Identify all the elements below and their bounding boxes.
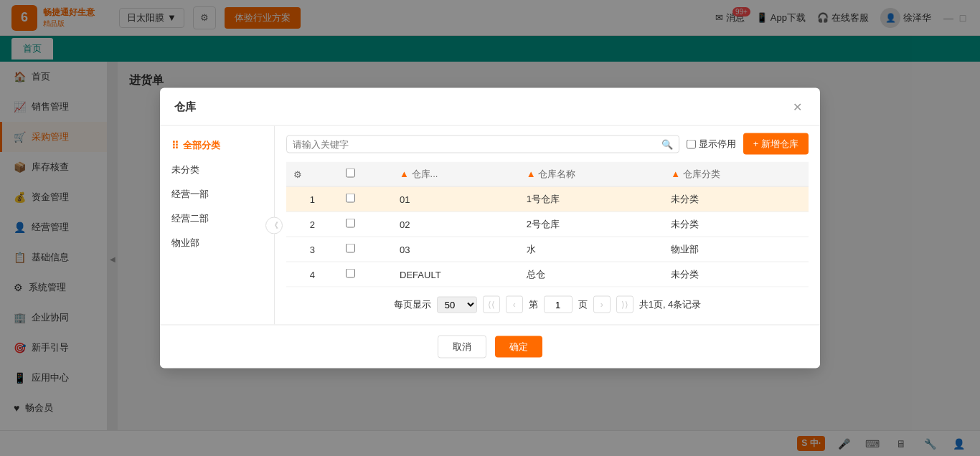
- search-icon: 🔍: [661, 138, 673, 149]
- row-category-1: 未分类: [664, 186, 809, 212]
- category-ops-2[interactable]: 经营二部: [160, 206, 274, 231]
- row-code-4: DEFAULT: [392, 262, 519, 287]
- page-number-input[interactable]: [544, 296, 573, 313]
- modal-footer: 取消 确定: [160, 325, 820, 369]
- table-header: ⚙ ▲ 仓库... ▲ 仓库名称 ▲: [286, 162, 809, 187]
- search-field[interactable]: 🔍: [286, 135, 679, 153]
- modal-header: 仓库 ✕: [160, 88, 820, 126]
- first-page-button[interactable]: ⟨⟨: [483, 296, 500, 313]
- row-category-2: 未分类: [664, 212, 809, 237]
- table-row[interactable]: 3 03 水 物业部: [286, 237, 809, 262]
- show-disabled-checkbox[interactable]: [687, 139, 696, 148]
- grid-icon: ⠿: [171, 140, 179, 151]
- new-warehouse-button[interactable]: + 新增仓库: [743, 133, 809, 155]
- row-checkbox-4[interactable]: [339, 262, 392, 287]
- search-input[interactable]: [293, 138, 657, 149]
- row-name-2: 2号仓库: [519, 212, 664, 237]
- row-code-3: 03: [392, 237, 519, 262]
- modal-title: 仓库: [174, 100, 196, 113]
- table-toolbar: 🔍 显示停用 + 新增仓库: [286, 133, 809, 155]
- category-unclassified[interactable]: 未分类: [160, 158, 274, 182]
- table-body: 1 01 1号仓库 未分类 2 02 2号仓库 未分类: [286, 186, 809, 287]
- category-ops-1[interactable]: 经营一部: [160, 182, 274, 206]
- cancel-button[interactable]: 取消: [438, 336, 486, 358]
- collapse-category-button[interactable]: 《: [265, 217, 283, 234]
- all-categories-item[interactable]: ⠿ 全部分类: [160, 133, 274, 158]
- table-container: ⚙ ▲ 仓库... ▲ 仓库名称 ▲: [286, 162, 809, 288]
- sort-name-icon[interactable]: ▲: [527, 168, 536, 179]
- warehouse-table: ⚙ ▲ 仓库... ▲ 仓库名称 ▲: [286, 162, 809, 288]
- col-checkbox: [339, 162, 392, 187]
- col-code: ▲ 仓库...: [392, 162, 519, 187]
- prev-page-button[interactable]: ‹: [506, 296, 523, 313]
- row-name-3: 水: [519, 237, 664, 262]
- category-property[interactable]: 物业部: [160, 231, 274, 255]
- warehouse-modal: 仓库 ✕ ⠿ 全部分类 未分类 经营一部 经营二部 物业部 《: [160, 88, 820, 369]
- show-disabled-label: 显示停用: [687, 138, 736, 151]
- row-index: 4: [286, 262, 339, 287]
- table-row[interactable]: 1 01 1号仓库 未分类: [286, 186, 809, 212]
- row-category-3: 物业部: [664, 237, 809, 262]
- row-index: 1: [286, 186, 339, 212]
- select-all-checkbox[interactable]: [346, 168, 355, 178]
- confirm-button[interactable]: 确定: [495, 336, 542, 358]
- last-page-button[interactable]: ⟩⟩: [616, 296, 633, 313]
- next-page-button[interactable]: ›: [593, 296, 611, 313]
- row-checkbox-1[interactable]: [339, 186, 392, 212]
- modal-close-button[interactable]: ✕: [788, 98, 806, 115]
- row-code-2: 02: [392, 212, 519, 237]
- row-code-1: 01: [392, 186, 519, 212]
- category-panel: ⠿ 全部分类 未分类 经营一部 经营二部 物业部 《: [160, 126, 275, 325]
- table-row[interactable]: 2 02 2号仓库 未分类: [286, 212, 809, 237]
- pagination: 每页显示 50 10 20 100 ⟨⟨ ‹ 第 页 › ⟩⟩ 共1页, 4条记…: [286, 288, 809, 318]
- page-size-select[interactable]: 50 10 20 100: [437, 296, 477, 313]
- row-checkbox-2[interactable]: [339, 212, 392, 237]
- row-category-4: 未分类: [664, 262, 809, 287]
- sort-category-icon[interactable]: ▲: [671, 168, 680, 179]
- col-category: ▲ 仓库分类: [664, 162, 809, 187]
- row-name-4: 总仓: [519, 262, 664, 287]
- row-index: 3: [286, 237, 339, 262]
- table-panel: 🔍 显示停用 + 新增仓库 ⚙ ▲: [275, 126, 820, 325]
- col-settings: ⚙: [286, 162, 339, 187]
- modal-body: ⠿ 全部分类 未分类 经营一部 经营二部 物业部 《 🔍: [160, 126, 820, 325]
- table-row[interactable]: 4 DEFAULT 总仓 未分类: [286, 262, 809, 287]
- row-checkbox-3[interactable]: [339, 237, 392, 262]
- row-index: 2: [286, 212, 339, 237]
- col-name: ▲ 仓库名称: [519, 162, 664, 187]
- row-name-1: 1号仓库: [519, 186, 664, 212]
- sort-code-icon[interactable]: ▲: [400, 168, 409, 179]
